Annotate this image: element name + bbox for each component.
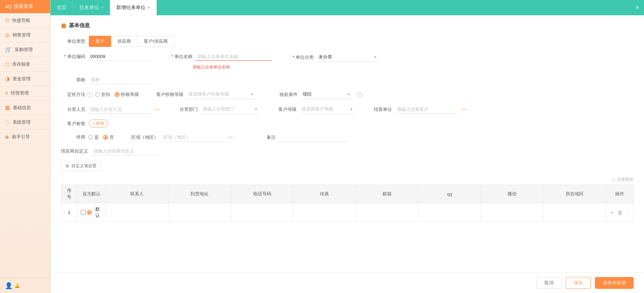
cell-fax[interactable] [293,203,356,222]
basic-info-icon: ▦ [5,104,10,111]
cell-contact[interactable] [106,203,168,222]
sidebar-item-operations[interactable]: ≡ 经营管理 [0,86,50,100]
customer-price-level-select[interactable]: 请选择客户价格等级 ▼ [186,90,256,99]
remark-input[interactable] [278,133,348,141]
tab-contacts[interactable]: 往来单位 × [73,0,110,15]
radio-disable-yes-circle [88,135,93,140]
tab-new-contact[interactable]: 新增往来单位 × [110,0,157,15]
sidebar-item-label: 系统管理 [13,119,31,125]
sidebar-item-inventory[interactable]: ◻ 库存核算 [0,57,50,72]
sidebar-bottom: 👤 🔔 [0,278,50,293]
type-btn-customer[interactable]: 客户 [89,36,111,47]
sidebar-item-quick-nav[interactable]: ⊙ 快捷导航 [0,13,50,28]
sidebar-item-basic-info[interactable]: ▦ 基础信息 [0,100,50,115]
sidebar-item-finance[interactable]: ◑ 资金管理 [0,72,50,86]
radio-disable-no[interactable]: 否 [103,134,114,140]
search-menu-button[interactable]: ≡Q 搜索菜单 [0,0,50,13]
save-button[interactable]: 保存 [566,277,591,289]
contact-input[interactable] [109,210,165,215]
tab-home[interactable]: 首页 [50,0,73,15]
settlement-unit-label: 结算单位 [368,106,392,113]
cell-phone[interactable] [231,203,293,222]
radio-price-level[interactable]: 价格等级 [115,91,139,98]
payment-terms-select[interactable]: 现结 ▼ [300,90,353,99]
settlement-unit-input[interactable] [395,105,457,114]
region-more-button[interactable]: ··· [227,134,234,140]
sidebar-item-label: 采购管理 [15,47,33,53]
cell-address[interactable] [168,203,231,222]
sidebar-item-newbie[interactable]: ◈ 新手引导 [0,130,50,144]
unit-category-label: 单位分类 [289,54,314,60]
chevron-down-icon: ▼ [347,92,351,96]
col-region: 所在地区 [543,185,606,203]
add-tag-button[interactable]: + 标签 [89,120,108,128]
tab-contacts-close[interactable]: × [101,5,103,10]
settlement-unit-field: 结算单位 ··· [368,105,468,114]
custom-settings-button[interactable]: ⚙ 自定义项设置 [61,161,101,171]
cell-qq[interactable] [418,203,481,222]
drag-handle-icon[interactable]: ⋮ [626,210,630,215]
payment-terms-field: 收款条件 现结 ▼ ? [273,90,362,99]
delete-row-button[interactable]: 🗑 [618,210,623,215]
unit-code-field: 单位编码 [61,52,151,61]
sidebar-item-sales[interactable]: ◎ 销售管理 [0,28,50,42]
tab-home-label: 首页 [57,5,66,11]
unit-category-select[interactable]: 未分类 ▼ [316,52,379,62]
unit-code-input[interactable] [88,52,151,61]
tab-new-contact-close[interactable]: × [148,5,150,10]
pricing-help-icon[interactable]: ? [87,92,93,97]
col-fax: 传真 [293,185,356,203]
radio-disable-yes[interactable]: 是 [88,134,99,140]
pricing-method-field: 定价方法 ? 折扣 价格等级 [61,91,139,98]
supplier-custom-input[interactable] [92,147,161,155]
payment-terms-help-icon[interactable]: ? [357,92,362,97]
radio-discount[interactable]: 折扣 [95,91,110,98]
address-input[interactable] [172,210,227,215]
type-btn-supplier[interactable]: 供应商 [111,36,138,47]
tab-bar-close-button[interactable]: × [630,0,644,15]
customer-level-select[interactable]: 请选择客户等级 ▼ [299,105,355,114]
cell-wechat[interactable] [481,203,543,222]
chevron-down-icon: ▼ [374,55,377,59]
sidebar-item-system[interactable]: ◌ 系统管理 [0,115,50,130]
save-and-new-button[interactable]: 保存并新增 [595,277,634,289]
tab-contacts-label: 往来单位 [79,5,99,11]
settlement-more-button[interactable]: ··· [460,106,468,113]
manager-label: 分管人员 [61,106,85,113]
abbr-input[interactable] [89,76,151,84]
pricing-method-label: 定价方法 [61,91,85,98]
tab-new-contact-label: 新增往来单位 [116,5,146,11]
phone-input[interactable] [235,210,290,215]
type-btn-both[interactable]: 客户/供应商 [138,36,174,47]
row-checkbox[interactable] [81,210,86,215]
disable-label: 停用 [61,134,85,140]
qq-input[interactable] [422,210,477,215]
region-cell-input[interactable] [547,210,602,215]
batch-delete-label[interactable]: 批量删除 [617,177,634,182]
unit-name-input[interactable] [195,52,272,61]
customer-tag-label: 客户标签 [61,121,85,127]
col-action: 操作 [606,185,633,203]
radio-discount-label: 折扣 [101,91,110,98]
manager-more-button[interactable]: ··· [154,106,161,113]
email-input[interactable] [360,210,415,215]
customer-price-level-field: 客户价格等级 请选择客户价格等级 ▼ [156,90,256,99]
cell-email[interactable] [356,203,418,222]
dept-select[interactable]: 请输入分管部门 ▼ [201,105,260,114]
section-icon: ▣ [61,22,66,29]
region-input[interactable] [161,133,224,141]
fax-input[interactable] [297,210,352,215]
add-row-button[interactable]: ＋ [610,209,615,216]
wechat-input[interactable] [485,210,540,215]
cell-region[interactable] [543,203,606,222]
manager-input[interactable] [88,105,151,114]
unit-type-row: 单位类型 客户 供应商 客户/供应商 [61,36,634,47]
cancel-button[interactable]: 取消 [536,277,561,289]
radio-disable-no-circle [103,135,108,140]
sidebar-item-purchase[interactable]: 🛒 采购管理 [0,42,50,57]
add-tag-label: + 标签 [93,121,104,127]
cell-default: 默认 [77,203,106,222]
finance-icon: ◑ [5,75,10,82]
default-radio-circle [87,210,92,215]
unit-category-value: 未分类 [319,54,332,60]
